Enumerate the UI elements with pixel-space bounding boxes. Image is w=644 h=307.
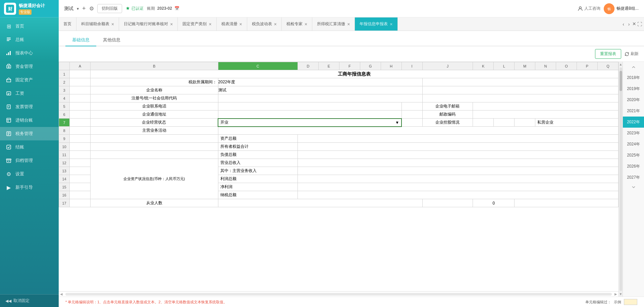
sidebar-collapse-button[interactable]: ◀◀ 取消固定 — [0, 294, 59, 307]
tab-tax-wave[interactable]: 税负波动表 × — [247, 17, 282, 31]
cell-7N[interactable]: 私营企业 — [535, 119, 619, 127]
cell-3B[interactable]: 企业名称 — [90, 86, 218, 94]
col-header-G[interactable]: G — [360, 62, 381, 70]
cell-13C[interactable]: 其中：主营业务收入 — [218, 167, 298, 175]
col-header-O[interactable]: O — [556, 62, 577, 70]
cell-6K[interactable] — [473, 111, 619, 119]
cell-7B[interactable]: 企业经营状态 — [90, 119, 218, 127]
cell-9A[interactable] — [70, 135, 91, 143]
tab-expand-button[interactable]: ⛶ — [637, 21, 642, 27]
cell-14C[interactable]: 利润总额 — [218, 175, 298, 183]
sidebar-item-payroll[interactable]: 工资 — [0, 87, 59, 100]
reset-report-button[interactable]: 重置报表 — [595, 49, 621, 59]
year-2025[interactable]: 2025年 — [623, 150, 644, 161]
tab-tax-clear[interactable]: 税表清册 × — [217, 17, 247, 31]
year-nav-up-button[interactable] — [623, 63, 644, 72]
cell-4A[interactable] — [70, 94, 91, 102]
cell-10B[interactable] — [90, 143, 218, 151]
cell-16A[interactable] — [70, 191, 91, 199]
cell-10A[interactable] — [70, 143, 91, 151]
cell-11B[interactable] — [90, 151, 218, 159]
cell-15C[interactable]: 净利润 — [218, 183, 298, 191]
tab-aux-balance[interactable]: 科目辅助余额表 × — [76, 17, 119, 31]
cell-7K[interactable] — [473, 119, 494, 127]
sidebar-item-ledger[interactable]: 总账 — [0, 33, 59, 46]
sidebar-item-fixed-assets[interactable]: 固定资产 — [0, 73, 59, 87]
cell-6C[interactable] — [218, 111, 401, 119]
cell-4C[interactable] — [218, 94, 422, 102]
cell-7A[interactable] — [70, 119, 91, 127]
cell-12A[interactable] — [70, 159, 91, 167]
consultant-button[interactable]: 人工咨询 — [578, 6, 600, 11]
col-header-Q[interactable]: Q — [597, 62, 618, 70]
cell-9C[interactable]: 资产总额 — [218, 135, 298, 143]
col-header-I[interactable]: I — [401, 62, 422, 70]
year-2019[interactable]: 2019年 — [623, 83, 644, 94]
cell-12C[interactable]: 营业总收入 — [218, 159, 298, 167]
sidebar-item-home[interactable]: ⊞ 首页 — [0, 19, 59, 33]
calendar-icon[interactable]: 📅 — [174, 6, 179, 11]
cell-17L[interactable] — [515, 199, 619, 207]
year-2024[interactable]: 2024年 — [623, 139, 644, 150]
col-header-E[interactable]: E — [318, 62, 339, 70]
tab-close-all-button[interactable]: × — [632, 20, 636, 28]
cell-16D[interactable] — [298, 191, 618, 199]
tab-tax-check[interactable]: 税检专家 × — [282, 17, 312, 31]
cell-7I[interactable] — [401, 119, 422, 127]
cell-8B[interactable]: 主营业务活动 — [90, 127, 218, 135]
cell-2J[interactable] — [422, 78, 618, 86]
cell-11D[interactable] — [298, 151, 618, 159]
sub-tab-other[interactable]: 其他信息 — [96, 34, 127, 46]
tab-close-icon[interactable]: × — [305, 21, 307, 27]
topbar-settings-button[interactable]: ⚙ — [89, 5, 94, 12]
cell-17A[interactable] — [70, 199, 91, 207]
sidebar-item-settings[interactable]: ⚙ 设置 — [0, 167, 59, 181]
year-2023[interactable]: 2023年 — [623, 128, 644, 139]
company-dropdown-icon[interactable]: ▾ — [77, 6, 79, 11]
sub-tab-basic[interactable]: 基础信息 — [65, 34, 96, 46]
cell-5A[interactable] — [70, 102, 91, 111]
tab-close-icon[interactable]: × — [111, 21, 114, 27]
vertical-scrollbar[interactable]: ▲ ▼ — [619, 62, 623, 297]
cell-10D[interactable] — [298, 143, 618, 151]
col-header-N[interactable]: N — [535, 62, 556, 70]
cell-15A[interactable] — [70, 183, 91, 191]
cell-14A[interactable] — [70, 175, 91, 183]
tab-home[interactable]: 首页 — [59, 17, 76, 31]
col-header-J[interactable]: J — [422, 62, 473, 70]
spreadsheet-container[interactable]: A B C D E F G H I J — [59, 62, 619, 291]
cell-2A[interactable] — [70, 78, 91, 86]
year-nav-down-button[interactable] — [623, 183, 644, 192]
year-2021[interactable]: 2021年 — [623, 105, 644, 117]
col-header-M[interactable]: M — [515, 62, 535, 70]
cell-17B[interactable]: 从业人数 — [90, 199, 218, 207]
cell-13D[interactable] — [298, 167, 618, 175]
user-menu[interactable]: 畅 畅捷通B组... — [604, 3, 639, 14]
sidebar-item-guide[interactable]: ▶ 新手引导 — [0, 181, 59, 194]
tab-annual-report[interactable]: 年报信息申报表 × — [355, 17, 397, 31]
cell-16C[interactable]: 纳税总额 — [218, 191, 298, 199]
year-2018[interactable]: 2018年 — [623, 72, 644, 83]
cell-11C[interactable]: 负债总额 — [218, 151, 298, 159]
cell-4B[interactable]: 注册号/统一社会信用代码 — [90, 94, 218, 102]
sidebar-item-reports[interactable]: 报表中心 — [0, 46, 59, 60]
cell-7M[interactable] — [515, 119, 535, 127]
cell-7J[interactable]: 企业控股情况 — [422, 119, 473, 127]
tab-fixed-assets[interactable]: 固定资产类别 × — [178, 17, 216, 31]
cell-5J[interactable]: 企业电子邮箱 — [422, 102, 473, 111]
tab-income-tax[interactable]: 所得税汇算清缴 × — [312, 17, 355, 31]
cell-5C[interactable] — [218, 102, 401, 111]
cell-14D[interactable] — [298, 175, 618, 183]
h-scrollbar[interactable] — [65, 293, 612, 296]
cell-3J[interactable] — [422, 86, 618, 94]
cell-12B[interactable]: 企业资产状况信息(币种：人民币万元) — [90, 159, 218, 199]
cell-15D[interactable] — [298, 183, 618, 191]
cell-5K[interactable] — [473, 102, 619, 111]
tab-close-icon[interactable]: × — [347, 21, 350, 27]
cell-13A[interactable] — [70, 167, 91, 175]
dropdown-cell-7C[interactable]: 开业 ▼ — [218, 120, 401, 125]
tab-journal-bank[interactable]: 日记账与银行对账单核对 × — [119, 17, 178, 31]
cell-4J[interactable] — [422, 94, 618, 102]
col-header-B[interactable]: B — [90, 62, 218, 70]
cell-7C[interactable]: 开业 ▼ — [218, 119, 401, 127]
